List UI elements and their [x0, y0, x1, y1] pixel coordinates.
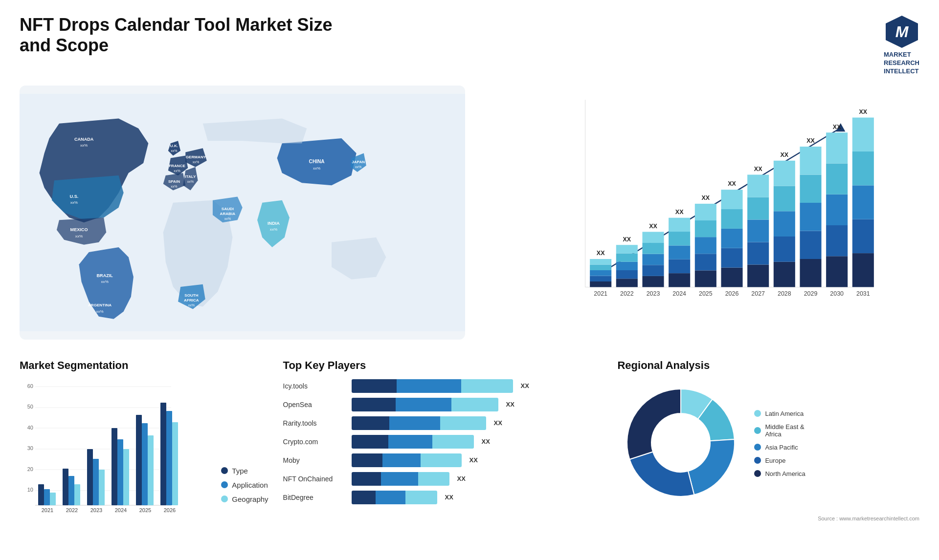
- bar-value-label: XX: [649, 222, 658, 229]
- svg-rect-53: [50, 493, 56, 505]
- bar-segment: [616, 270, 638, 279]
- bar-segment: [590, 276, 612, 281]
- bar-segment: [590, 264, 612, 270]
- bar-year-label: 2022: [620, 290, 634, 297]
- svg-text:M: M: [895, 23, 909, 41]
- bar-segment: [590, 270, 612, 276]
- svg-text:xx%: xx%: [193, 160, 200, 164]
- player-bar-segment: [376, 491, 405, 504]
- bar-year-label: 2031: [856, 290, 870, 297]
- bar-segment: [695, 220, 716, 237]
- map-svg: CANADA xx% U.S. xx% MEXICO xx% BRAZIL xx…: [20, 86, 465, 340]
- bar-year-label: 2021: [594, 290, 608, 297]
- bar-segment: [774, 211, 795, 237]
- svg-text:xx%: xx%: [187, 180, 194, 184]
- player-bar-segment: [352, 398, 396, 411]
- player-value: XX: [494, 419, 506, 427]
- svg-text:2024: 2024: [115, 507, 127, 513]
- logo-area: M MARKET RESEARCH INTELLECT: [884, 15, 919, 76]
- svg-rect-68: [172, 422, 178, 505]
- bar-year-label: 2024: [673, 290, 687, 297]
- player-bar-segment: [381, 472, 418, 486]
- svg-text:SAUDI: SAUDI: [222, 207, 234, 211]
- legend-dot-application: [221, 481, 228, 488]
- player-bar-segment: [432, 435, 474, 449]
- svg-text:xx%: xx%: [171, 149, 178, 153]
- svg-text:40: 40: [27, 425, 33, 431]
- legend-north-america: North America: [754, 470, 805, 477]
- bar-segment: [827, 256, 848, 287]
- legend-europe: Europe: [754, 457, 805, 464]
- svg-text:FRANCE: FRANCE: [169, 164, 185, 168]
- bar-chart-area: XX2021XX2022XX2023XX2024XX2025XX2026XX20…: [480, 86, 919, 340]
- svg-text:xx%: xx%: [270, 227, 277, 232]
- svg-text:AFRICA: AFRICA: [184, 298, 199, 302]
- bar-segment: [721, 209, 743, 229]
- bar-segment: [669, 217, 691, 231]
- svg-text:xx%: xx%: [80, 143, 88, 148]
- dot-latin-america: [754, 410, 761, 417]
- bar-value-label: XX: [807, 137, 815, 144]
- bar-segment: [800, 259, 822, 287]
- bar-segment: [852, 219, 874, 253]
- regional-title: Regional Analysis: [617, 359, 919, 372]
- donut-segment: [630, 452, 694, 496]
- player-name: Crypto.com: [283, 438, 347, 446]
- svg-text:GERMANY: GERMANY: [186, 154, 206, 159]
- player-bar: [352, 416, 486, 430]
- svg-text:BRAZIL: BRAZIL: [96, 273, 113, 278]
- player-name: OpenSea: [283, 401, 347, 409]
- bar-segment: [800, 203, 822, 231]
- svg-text:U.K.: U.K.: [170, 144, 178, 148]
- player-name: NFT OnChained: [283, 475, 347, 483]
- legend-type: Type: [221, 467, 268, 475]
- player-row: NFT OnChainedXX: [283, 472, 603, 486]
- donut-segment: [627, 389, 681, 459]
- bar-year-label: 2029: [804, 290, 818, 297]
- bar-segment: [695, 270, 716, 287]
- svg-rect-61: [117, 439, 123, 505]
- legend-label-application: Application: [232, 481, 268, 489]
- svg-text:2025: 2025: [139, 507, 151, 513]
- donut-chart-wrap: [617, 379, 744, 508]
- label-latin-america: Latin America: [765, 410, 804, 417]
- svg-text:ARABIA: ARABIA: [220, 212, 236, 216]
- bar-segment: [721, 229, 743, 248]
- dot-middle-east-africa: [754, 427, 761, 434]
- player-bar-segment: [418, 472, 449, 486]
- segmentation-legend: Type Application Geography: [221, 467, 268, 518]
- player-value: XX: [470, 456, 482, 464]
- player-bar: [352, 453, 462, 467]
- bar-value-label: XX: [623, 236, 631, 242]
- svg-rect-57: [87, 449, 93, 505]
- bar-segment: [800, 174, 822, 203]
- segmentation-area: Market Segmentation 60 50 40 30 20 10: [20, 354, 268, 526]
- player-bar-segment: [352, 491, 376, 504]
- svg-text:MEXICO: MEXICO: [70, 227, 88, 232]
- legend-middle-east-africa: Middle East &Africa: [754, 423, 805, 438]
- dot-asia-pacific: [754, 444, 761, 451]
- player-name: Rarity.tools: [283, 419, 347, 427]
- bar-segment: [695, 237, 716, 254]
- svg-text:2026: 2026: [164, 507, 176, 513]
- legend-label-type: Type: [232, 467, 248, 475]
- bar-segment: [748, 174, 769, 197]
- player-bar-segment: [421, 453, 461, 467]
- svg-rect-55: [68, 476, 74, 505]
- svg-rect-52: [44, 489, 50, 505]
- svg-text:SOUTH: SOUTH: [184, 293, 198, 298]
- regional-legend: Latin America Middle East &Africa Asia P…: [754, 410, 805, 477]
- bar-chart-svg: XX2021XX2022XX2023XX2024XX2025XX2026XX20…: [509, 90, 915, 315]
- player-bar-segment: [352, 453, 382, 467]
- players-list: Icy.toolsXXOpenSeaXXRarity.toolsXXCrypto…: [283, 379, 603, 504]
- bottom-section: Market Segmentation 60 50 40 30 20 10: [20, 354, 919, 526]
- bar-segment: [800, 231, 822, 259]
- player-bar: [352, 491, 437, 504]
- player-value: XX: [521, 382, 533, 389]
- players-title: Top Key Players: [283, 359, 603, 372]
- player-row: Icy.toolsXX: [283, 379, 603, 393]
- bar-segment: [852, 151, 874, 185]
- bar-value-label: XX: [702, 194, 710, 201]
- player-row: MobyXX: [283, 453, 603, 467]
- bar-year-label: 2030: [830, 290, 844, 297]
